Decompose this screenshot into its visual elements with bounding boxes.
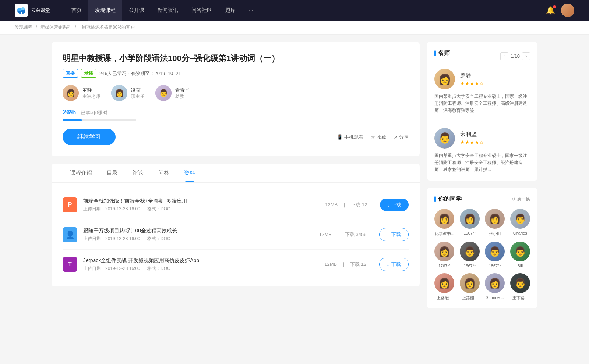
download-icon-2: ↓ bbox=[387, 232, 389, 238]
classmate-2[interactable]: 👩 1567** bbox=[460, 209, 480, 236]
sidebar: 名师 ‹ 1/10 › 👩 bbox=[427, 42, 537, 308]
resource-title-1: 前端全栈加强版！前端全栈+全周期+多端应用 bbox=[83, 198, 313, 204]
share-icon: ↗ bbox=[394, 134, 398, 140]
teacher-3-role: 助教 bbox=[175, 93, 190, 100]
classmate-9[interactable]: 👩 上路能... bbox=[434, 273, 455, 301]
famous-teacher-2: 👨 宋利坚 ★★★★☆ 国内某重点大学安全工程专业硕士，国家一级注册消防工程师、… bbox=[434, 128, 530, 174]
tab-qa[interactable]: 问答 bbox=[151, 164, 177, 182]
classmate-4-avatar: 👨 bbox=[510, 209, 530, 229]
classmate-5[interactable]: 👩 1767** bbox=[434, 242, 455, 268]
famous-teacher-2-desc: 国内某重点大学安全工程专业硕士，国家一级注册消防工程师、注册安全工程师、级注册建… bbox=[434, 152, 530, 174]
classmate-8-avatar: 👨 bbox=[510, 242, 530, 261]
collect-link[interactable]: ☆ 收藏 bbox=[371, 134, 386, 140]
famous-teacher-2-header: 👨 宋利坚 ★★★★☆ bbox=[434, 128, 530, 149]
prev-page-button[interactable]: ‹ bbox=[500, 52, 508, 60]
classmate-9-avatar: 👩 bbox=[434, 273, 454, 293]
resource-info-1: 前端全栈加强版！前端全栈+全周期+多端应用 上传日期：2019-12-28 16… bbox=[83, 198, 313, 212]
teacher-divider bbox=[434, 122, 530, 122]
classmate-6[interactable]: 👨 1567** bbox=[460, 242, 480, 268]
course-title: 明星中教授课，小学阶段语法100分–强化级第1讲动词（一） bbox=[63, 53, 409, 64]
continue-study-button[interactable]: 继续学习 bbox=[63, 129, 116, 145]
download-button-3[interactable]: ↓ 下载 bbox=[379, 258, 409, 271]
resource-icon-3: T bbox=[63, 257, 77, 272]
classmates-card: 你的同学 ↺ 换一换 👩 化学教书... 👩 1567** bbox=[427, 188, 537, 308]
download-button-1[interactable]: ↓ 下载 bbox=[380, 199, 409, 211]
nav-items: 首页 发现课程 公开课 新闻资讯 问答社区 题库 ··· bbox=[65, 0, 546, 21]
pagination: ‹ 1/10 › bbox=[500, 52, 530, 60]
classmate-11-avatar: 👩 bbox=[485, 273, 505, 293]
famous-teacher-1-desc: 国内某重点大学安全工程专业硕士，国家一级注册消防工程师、注册安全工程师、高级注册… bbox=[434, 93, 530, 114]
tab-material[interactable]: 资料 bbox=[177, 164, 202, 182]
famous-teacher-1: 👩 罗静 ★★★★☆ 国内某重点大学安全工程专业硕士，国家一级注册消防工程师、注… bbox=[434, 69, 530, 114]
resource-stats-3: 12MB ｜ 下载 12 bbox=[323, 261, 368, 268]
tab-intro[interactable]: 课程介绍 bbox=[63, 164, 99, 182]
teacher-2: 👩 凌荷 班主任 bbox=[111, 85, 144, 101]
nav-discover[interactable]: 发现课程 bbox=[88, 0, 122, 21]
logo[interactable]: 云朵课堂 bbox=[15, 4, 50, 17]
refresh-icon: ↺ bbox=[512, 197, 515, 202]
teacher-1-name: 罗静 bbox=[82, 87, 100, 93]
classmate-12[interactable]: 👨 王下路... bbox=[510, 273, 530, 301]
nav-qa[interactable]: 问答社区 bbox=[185, 0, 219, 21]
bell-icon[interactable]: 🔔 bbox=[546, 6, 555, 15]
nav-public[interactable]: 公开课 bbox=[122, 0, 151, 21]
classmate-8[interactable]: 👨 Bill bbox=[510, 242, 530, 268]
classmates-header: 你的同学 ↺ 换一换 bbox=[434, 195, 530, 203]
famous-teacher-1-header: 👩 罗静 ★★★★☆ bbox=[434, 69, 530, 89]
famous-teacher-1-stars: ★★★★☆ bbox=[460, 81, 484, 86]
teacher-3: 👨 青青平 助教 bbox=[155, 85, 190, 101]
classmate-6-avatar: 👨 bbox=[460, 242, 480, 261]
famous-teachers-header: 名师 ‹ 1/10 › bbox=[434, 49, 530, 63]
resource-stats-1: 12MB ｜ 下载 12 bbox=[324, 201, 368, 208]
tabs-section: 课程介绍 目录 评论 问答 资料 P 前端全栈加强版！前端全栈+全周期+多端应用… bbox=[52, 164, 420, 286]
progress-label: 26% bbox=[63, 108, 76, 116]
logo-icon bbox=[15, 4, 28, 17]
teacher-1-info: 罗静 主讲老师 bbox=[82, 87, 100, 100]
next-page-button[interactable]: › bbox=[522, 52, 530, 60]
mobile-icon: 📱 bbox=[337, 134, 343, 140]
famous-teachers-card: 名师 ‹ 1/10 › 👩 bbox=[427, 42, 537, 181]
classmate-7[interactable]: 👨 1867** bbox=[485, 242, 505, 268]
refresh-button[interactable]: ↺ 换一换 bbox=[512, 196, 530, 202]
classmate-4-name: Charles bbox=[513, 231, 527, 235]
tab-comment[interactable]: 评论 bbox=[125, 164, 151, 182]
nav-home[interactable]: 首页 bbox=[65, 0, 88, 21]
resource-meta-3: 上传日期：2019-12-28 16:00 格式：DOC bbox=[83, 265, 312, 272]
download-button-2[interactable]: ↓ 下载 bbox=[379, 228, 409, 241]
page-current: 1/10 bbox=[511, 53, 520, 59]
nav-news[interactable]: 新闻资讯 bbox=[151, 0, 185, 21]
nav-right: 🔔 bbox=[546, 4, 574, 17]
user-avatar[interactable] bbox=[561, 4, 574, 17]
tab-catalog[interactable]: 目录 bbox=[99, 164, 125, 182]
classmate-8-name: Bill bbox=[517, 264, 523, 268]
breadcrumb-link-2[interactable]: 新媒体营销系列 bbox=[40, 25, 71, 30]
classmate-4[interactable]: 👨 Charles bbox=[510, 209, 530, 236]
share-link[interactable]: ↗ 分享 bbox=[394, 134, 409, 140]
classmate-5-name: 1767** bbox=[438, 264, 451, 268]
action-links: 📱 手机观看 ☆ 收藏 ↗ 分享 bbox=[337, 134, 409, 140]
classmate-11[interactable]: 👩 Summer... bbox=[485, 273, 505, 301]
download-icon-3: ↓ bbox=[387, 262, 389, 267]
classmate-1-name: 化学教书... bbox=[435, 231, 454, 236]
classmate-2-avatar: 👩 bbox=[460, 209, 480, 229]
classmate-1[interactable]: 👩 化学教书... bbox=[434, 209, 455, 236]
course-card: 明星中教授课，小学阶段语法100分–强化级第1讲动词（一） 直播 录播 246人… bbox=[52, 42, 420, 156]
classmate-5-avatar: 👩 bbox=[434, 242, 454, 261]
classmates-title: 你的同学 bbox=[434, 195, 462, 203]
nav-more[interactable]: ··· bbox=[242, 0, 260, 21]
breadcrumb-link-1[interactable]: 发现课程 bbox=[15, 25, 32, 30]
progress-bar-bg bbox=[63, 119, 136, 121]
main-layout: 明星中教授课，小学阶段语法100分–强化级第1讲动词（一） 直播 录播 246人… bbox=[37, 35, 552, 315]
resource-item-3: T Jetpack全组件实战 开发短视频应用高仿皮皮虾App 上传日期：2019… bbox=[63, 250, 409, 279]
classmate-3[interactable]: 👩 张小田 bbox=[485, 209, 505, 236]
course-meta: 246人已学习 · 有效期至：2019–10–21 bbox=[99, 70, 181, 77]
mobile-watch-link[interactable]: 📱 手机观看 bbox=[337, 134, 363, 140]
teacher-3-avatar: 👨 bbox=[155, 85, 172, 101]
nav-question-bank[interactable]: 题库 bbox=[219, 0, 242, 21]
classmate-10-avatar: 👩 bbox=[460, 273, 480, 293]
classmate-10[interactable]: 👩 上路能... bbox=[460, 273, 480, 301]
teacher-3-info: 青青平 助教 bbox=[175, 87, 190, 100]
classmate-2-name: 1567** bbox=[463, 231, 476, 235]
breadcrumb: 发现课程 / 新媒体营销系列 / 销冠修炼术搞定80%的客户 bbox=[0, 21, 589, 35]
classmate-12-name: 王下路... bbox=[512, 295, 528, 301]
